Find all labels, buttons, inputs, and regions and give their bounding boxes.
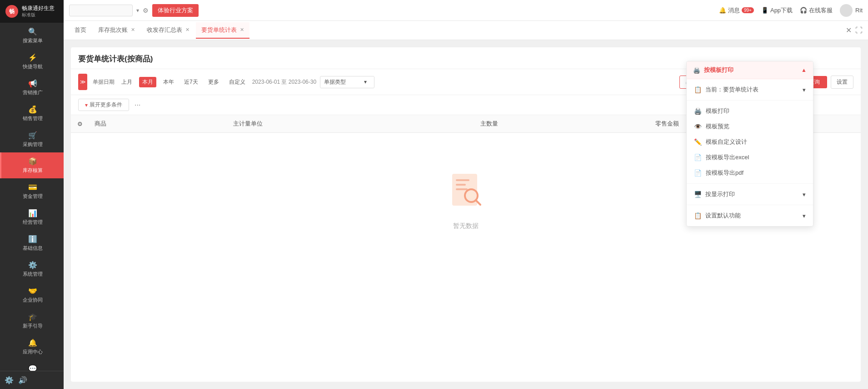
sidebar-label-finance: 资金管理 [23,193,43,200]
grad-icon: 🎓 [28,313,37,321]
sidebar-item-search[interactable]: 🔍 搜索菜单 [0,23,64,49]
app-name-block: 畅康通好生意 标准版 [22,5,55,18]
sidebar-item-inventory[interactable]: 📦 库存核算 [0,152,64,178]
dropdown-current-item[interactable]: 📋 当前：要货单统计表 ▾ [687,82,813,97]
dropdown-template-pdf[interactable]: 📄 按模板导出pdf [687,165,813,181]
cart-icon: 🛒 [28,131,37,140]
sidebar-item-quick-nav[interactable]: ⚡ 快捷导航 [0,49,64,75]
sidebar-item-onboarding[interactable]: 🎓 新手引导 [0,308,64,334]
sidebar-item-finance[interactable]: 💳 资金管理 [0,178,64,204]
dropdown-template-preview[interactable]: 👁️ 模板预览 [687,119,813,134]
expand-more-button[interactable]: ▾ 展开更多条件 [78,99,129,111]
col-settings[interactable]: ⚙ [71,115,89,133]
search-icon: 🔍 [28,27,37,36]
sidebar-label-basic: 基础信息 [23,245,43,252]
tab-home[interactable]: 首页 [69,22,92,39]
sidebar-label-enterprise: 企业协同 [23,297,43,303]
money-icon: 💰 [28,105,37,114]
dropdown-template-print[interactable]: 🖨️ 模板打印 [687,103,813,119]
tabs-bar: 首页 库存批次账 ✕ 收发存汇总表 ✕ 要货单统计表 ✕ ✕ ⛶ [64,21,868,40]
sidebar-item-sales[interactable]: 💰 销售管理 [0,101,64,126]
sidebar-item-enterprise[interactable]: 🤝 企业协同 [0,282,64,308]
user-profile-button[interactable]: Rit [840,4,863,17]
date-btn-this-month[interactable]: 本月 [139,77,156,87]
sidebar-item-wecom[interactable]: 💬 企业微信 [0,360,64,371]
tab-inventory-batch[interactable]: 库存批次账 ✕ [93,22,140,39]
current-arrow-icon: ▾ [803,86,806,93]
current-doc-icon: 📋 [694,86,702,93]
print-dropdown: 🖨️ 按模板打印 ▲ 📋 当前：要货单统计表 ▾ 🖨️ 模板打印 [686,61,813,227]
date-btn-this-year[interactable]: 本年 [160,77,177,87]
sidebar-bottom: ⚙️ 🔊 [0,371,64,389]
sidebar: 畅 畅康通好生意 标准版 🔍 搜索菜单 ⚡ 快捷导航 📢 营销推广 💰 销售管理… [0,0,64,389]
sidebar-label-purchase: 采购管理 [23,141,43,148]
dropdown-display-print-section: 🖥️ 按显示打印 ▾ [687,184,813,205]
notifications-button[interactable]: 🔔 消息 99+ [719,6,754,15]
topbar-search-input[interactable] [69,5,133,16]
dropdown-current-section: 📋 当前：要货单统计表 ▾ [687,79,813,101]
online-service-button[interactable]: 🎧 在线客服 [800,6,833,15]
headset-icon: 🎧 [800,7,807,14]
sound-bottom-icon[interactable]: 🔊 [18,376,27,384]
sidebar-nav: 🔍 搜索菜单 ⚡ 快捷导航 📢 营销推广 💰 销售管理 🛒 采购管理 📦 库存核… [0,23,64,371]
page-title: 要货单统计表(按商品) [78,55,153,63]
sidebar-label-inventory: 库存核算 [23,167,43,174]
card-icon: 💳 [28,183,37,192]
dropdown-default-func[interactable]: 📋 设置默认功能 ▾ [687,208,813,223]
date-btn-7days[interactable]: 近7天 [181,77,201,87]
tab-maximize-button[interactable]: ⛶ [855,26,863,35]
dropdown-printer-icon: 🖨️ [693,67,700,74]
sidebar-item-marketing[interactable]: 📢 营销推广 [0,75,64,101]
date-btn-custom[interactable]: 自定义 [226,77,249,87]
chart-icon: 📊 [28,209,37,217]
topbar-gear-icon[interactable]: ⚙ [143,7,149,14]
display-print-label: 按显示打印 [705,190,735,198]
sidebar-label-quick-nav: 快捷导航 [23,63,43,70]
col-product: 商品 [89,115,228,133]
tab-order-stats-label: 要货单统计表 [201,26,237,34]
date-btn-more[interactable]: 更多 [205,77,222,87]
tab-receipts-summary-label: 收发存汇总表 [147,26,182,34]
default-func-label: 设置默认功能 [705,212,741,220]
promo-button[interactable]: 体验行业方案 [152,4,199,17]
app-download-button[interactable]: 📱 App下载 [761,6,793,15]
svg-point-6 [468,192,474,199]
flash-icon: ⚡ [28,53,37,62]
dropdown-display-print[interactable]: 🖥️ 按显示打印 ▾ [687,187,813,202]
tab-inventory-batch-close[interactable]: ✕ [131,27,135,33]
svg-rect-3 [456,188,468,190]
sidebar-item-purchase[interactable]: 🛒 采购管理 [0,126,64,152]
tab-receipts-summary-close[interactable]: ✕ [185,27,190,33]
topbar: ▾ ⚙ 体验行业方案 🔔 消息 99+ 📱 App下载 🎧 在线客服 Rit [64,0,868,21]
more-options-icon[interactable]: ··· [135,101,140,109]
dropdown-template-design[interactable]: ✏️ 模板自定义设计 [687,134,813,150]
type-select[interactable]: 单据类型 ▾ [320,76,374,88]
template-excel-label: 按模板导出excel [706,153,749,162]
dropdown-template-section: 🖨️ 模板打印 👁️ 模板预览 ✏️ 模板自定义设计 📄 按模板导出excel … [687,101,813,184]
tab-close-all-button[interactable]: ✕ [846,26,852,35]
tab-order-stats[interactable]: 要货单统计表 ✕ [196,22,249,39]
bell-icon: 🔔 [28,338,37,347]
settings-button[interactable]: 设置 [831,76,853,89]
info-icon: ℹ️ [28,235,37,243]
sidebar-item-app-center[interactable]: 🔔 应用中心 [0,334,64,360]
dropdown-template-excel[interactable]: 📄 按模板导出excel [687,150,813,165]
dropdown-collapse-icon[interactable]: ▲ [801,67,807,73]
sidebar-item-system[interactable]: ⚙️ 系统管理 [0,256,64,282]
tab-inventory-batch-label: 库存批次账 [98,26,128,34]
settings-bottom-icon[interactable]: ⚙️ [5,376,14,384]
dropdown-arrow-icon[interactable]: ▾ [136,7,139,14]
phone-icon: 📱 [761,7,768,14]
app-download-label: App下载 [770,6,793,15]
online-service-label: 在线客服 [809,6,833,15]
default-func-arrow-icon: ▾ [803,212,806,219]
sidebar-item-operations[interactable]: 📊 经营管理 [0,204,64,230]
filter-expand-icon[interactable]: ≫ [78,74,87,90]
app-edition: 标准版 [22,12,55,18]
sidebar-item-basic[interactable]: ℹ️ 基础信息 [0,230,64,256]
notifications-badge: 99+ [742,7,754,13]
page-content: 要货单统计表(按商品) ≫ 单据日期 上月 本月 本年 近7天 更多 自定义 2… [64,40,868,389]
date-btn-last-month[interactable]: 上月 [118,77,135,87]
tab-receipts-summary[interactable]: 收发存汇总表 ✕ [141,22,195,39]
tab-order-stats-close[interactable]: ✕ [240,27,244,33]
